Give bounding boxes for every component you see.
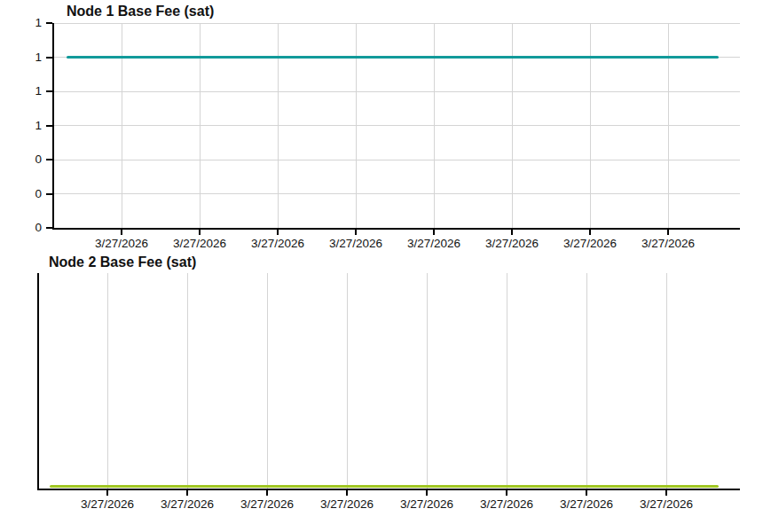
y-tick-label: 0 xyxy=(4,153,42,166)
y-tick-label: 0 xyxy=(4,188,42,200)
y-tick-label: 0 xyxy=(4,222,42,234)
vertical-gridline xyxy=(668,23,669,228)
vertical-gridline xyxy=(512,23,513,228)
vertical-gridline xyxy=(200,23,201,228)
x-tick-label: 3/27/2026 xyxy=(320,498,374,512)
x-tick-label: 3/27/2026 xyxy=(640,498,693,512)
x-tick-label: 3/27/2026 xyxy=(81,498,134,512)
vertical-gridline xyxy=(107,273,108,489)
horizontal-gridline xyxy=(53,160,740,160)
x-tick-label: 3/27/2026 xyxy=(407,238,460,251)
horizontal-gridline xyxy=(53,125,740,126)
x-tick-label: 3/27/2026 xyxy=(480,498,533,512)
x-tick-mark xyxy=(266,489,268,496)
chart2-title: Node 2 Base Fee (sat) xyxy=(49,254,196,270)
y-tick-mark xyxy=(46,57,52,59)
x-tick-mark xyxy=(346,489,348,496)
x-tick-mark xyxy=(433,228,435,235)
horizontal-gridline xyxy=(53,91,740,92)
x-tick-mark xyxy=(426,489,428,496)
y-tick-label: 1 xyxy=(4,85,42,98)
chart1-title: Node 1 Base Fee (sat) xyxy=(67,4,214,20)
x-tick-mark xyxy=(106,489,108,496)
y-tick-mark xyxy=(46,90,52,92)
series-line-node1 xyxy=(67,56,719,59)
x-tick-label: 3/27/2026 xyxy=(560,498,613,512)
y-tick-mark xyxy=(46,227,52,229)
y-tick-label: 1 xyxy=(4,17,42,29)
vertical-gridline xyxy=(590,23,591,228)
y-tick-label: 1 xyxy=(4,51,42,64)
x-tick-label: 3/27/2026 xyxy=(329,238,382,251)
x-axis-line xyxy=(52,228,741,230)
vertical-gridline xyxy=(434,23,435,228)
vertical-gridline xyxy=(507,273,507,489)
x-tick-mark xyxy=(506,489,507,496)
x-tick-mark xyxy=(355,228,357,235)
x-tick-label: 3/27/2026 xyxy=(240,498,294,512)
y-tick-label: 1 xyxy=(4,120,42,132)
x-tick-mark xyxy=(665,489,667,496)
x-tick-label: 3/27/2026 xyxy=(641,238,695,251)
x-tick-label: 3/27/2026 xyxy=(161,498,214,512)
x-tick-mark xyxy=(277,228,279,235)
y-tick-mark xyxy=(46,125,52,127)
x-tick-mark xyxy=(199,228,201,235)
x-tick-mark xyxy=(511,228,513,235)
y-axis-line xyxy=(37,273,39,490)
y-tick-mark xyxy=(46,22,52,24)
x-tick-label: 3/27/2026 xyxy=(251,238,304,251)
x-tick-mark xyxy=(186,489,188,496)
vertical-gridline xyxy=(122,23,122,228)
x-tick-mark xyxy=(121,228,122,235)
vertical-gridline xyxy=(278,23,279,228)
vertical-gridline xyxy=(666,273,667,489)
x-tick-label: 3/27/2026 xyxy=(173,238,226,251)
vertical-gridline xyxy=(356,23,357,228)
y-tick-mark xyxy=(46,193,52,195)
x-axis-line xyxy=(37,489,741,490)
x-tick-label: 3/27/2026 xyxy=(563,238,617,251)
x-tick-label: 3/27/2026 xyxy=(485,238,539,251)
x-tick-mark xyxy=(667,228,669,235)
vertical-gridline xyxy=(347,273,348,489)
y-tick-mark xyxy=(46,159,52,160)
x-tick-label: 3/27/2026 xyxy=(400,498,453,512)
y-axis-line xyxy=(52,23,54,230)
vertical-gridline xyxy=(267,273,268,489)
horizontal-gridline xyxy=(53,193,740,194)
series-line-node2 xyxy=(50,485,719,488)
vertical-gridline xyxy=(187,273,188,489)
horizontal-gridline xyxy=(53,23,740,24)
vertical-gridline xyxy=(586,273,587,489)
x-tick-label: 3/27/2026 xyxy=(95,238,148,251)
x-tick-mark xyxy=(589,228,591,235)
vertical-gridline xyxy=(427,273,428,489)
x-tick-mark xyxy=(586,489,587,496)
dual-line-chart-panel: Node 1 Base Fee (sat) Node 2 Base Fee (s… xyxy=(0,0,763,532)
